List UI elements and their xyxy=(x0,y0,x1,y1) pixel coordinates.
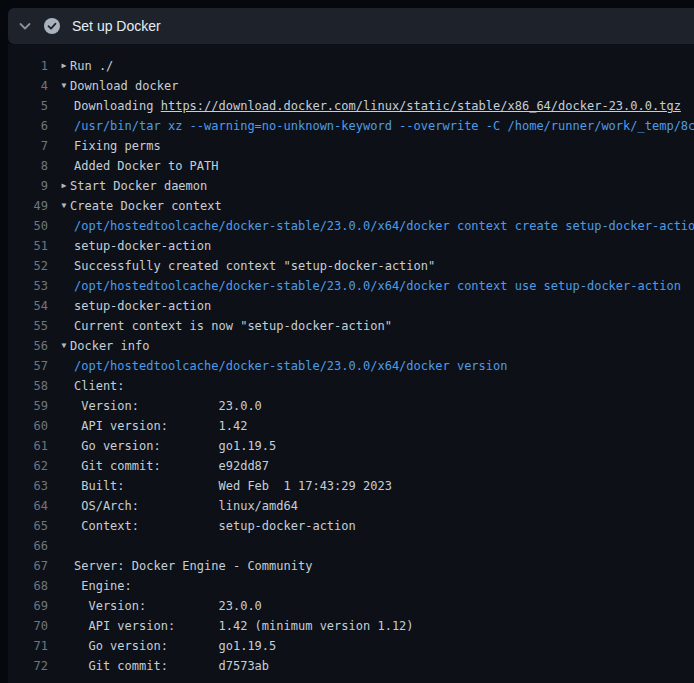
log-text-prefix: Downloading xyxy=(74,99,161,113)
line-number[interactable]: 64 xyxy=(8,496,48,516)
log-text: Context: setup-docker-action xyxy=(74,516,356,536)
log-line: 4▼Download docker xyxy=(8,76,694,96)
log-line: 68 Engine: xyxy=(8,576,694,596)
command-text: /opt/hostedtoolcache/docker-stable/23.0.… xyxy=(74,216,694,236)
line-number[interactable]: 55 xyxy=(8,316,48,336)
line-number[interactable]: 7 xyxy=(8,136,48,156)
line-number[interactable]: 9 xyxy=(8,176,48,196)
triangle-down-icon[interactable]: ▼ xyxy=(58,196,70,216)
log-line: 57/opt/hostedtoolcache/docker-stable/23.… xyxy=(8,356,694,376)
line-number[interactable]: 51 xyxy=(8,236,48,256)
log-text: API version: 1.42 (minimum version 1.12) xyxy=(74,616,414,636)
log-line: 72 Git commit: d7573ab xyxy=(8,656,694,676)
line-number[interactable]: 72 xyxy=(8,656,48,676)
line-number[interactable]: 66 xyxy=(8,536,48,556)
step-header[interactable]: Set up Docker xyxy=(8,8,694,44)
log-text: OS/Arch: linux/amd64 xyxy=(74,496,298,516)
line-number[interactable]: 71 xyxy=(8,636,48,656)
check-circle-icon xyxy=(44,18,60,34)
line-number[interactable]: 67 xyxy=(8,556,48,576)
log-text: Current context is now "setup-docker-act… xyxy=(74,316,392,336)
log-line: 70 API version: 1.42 (minimum version 1.… xyxy=(8,616,694,636)
log-text: Version: 23.0.0 xyxy=(74,596,262,616)
line-number[interactable]: 59 xyxy=(8,396,48,416)
log-line: 60 API version: 1.42 xyxy=(8,416,694,436)
line-number[interactable]: 69 xyxy=(8,596,48,616)
line-number[interactable]: 5 xyxy=(8,96,48,116)
log-text: setup-docker-action xyxy=(74,236,211,256)
line-number[interactable]: 8 xyxy=(8,156,48,176)
line-number[interactable]: 61 xyxy=(8,436,48,456)
line-number[interactable]: 63 xyxy=(8,476,48,496)
log-text: Successfully created context "setup-dock… xyxy=(74,256,435,276)
triangle-right-icon[interactable]: ▶ xyxy=(58,56,70,76)
log-line: 59 Version: 23.0.0 xyxy=(8,396,694,416)
log-line: 63 Built: Wed Feb 1 17:43:29 2023 xyxy=(8,476,694,496)
line-number[interactable]: 68 xyxy=(8,576,48,596)
log-container: 1▶Run ./4▼Download docker5Downloading ht… xyxy=(8,44,694,683)
log-text: Version: 23.0.0 xyxy=(74,396,262,416)
log-text: Go version: go1.19.5 xyxy=(74,436,276,456)
log-text: Server: Docker Engine - Community xyxy=(74,556,312,576)
group-title[interactable]: Create Docker context xyxy=(70,196,222,216)
collapse-step-button[interactable] xyxy=(16,17,34,35)
line-number[interactable]: 57 xyxy=(8,356,48,376)
line-number[interactable]: 50 xyxy=(8,216,48,236)
log-line: 52Successfully created context "setup-do… xyxy=(8,256,694,276)
group-title[interactable]: Docker info xyxy=(70,336,149,356)
line-number[interactable]: 56 xyxy=(8,336,48,356)
log-line: 56▼Docker info xyxy=(8,336,694,356)
log-line: 67Server: Docker Engine - Community xyxy=(8,556,694,576)
log-line: 9▶Start Docker daemon xyxy=(8,176,694,196)
log-text: Git commit: d7573ab xyxy=(74,656,269,676)
line-number[interactable]: 53 xyxy=(8,276,48,296)
log-line: 1▶Run ./ xyxy=(8,56,694,76)
line-number[interactable]: 1 xyxy=(8,56,48,76)
command-text: /opt/hostedtoolcache/docker-stable/23.0.… xyxy=(74,276,681,296)
log-text: Client: xyxy=(74,376,125,396)
log-line: 69 Version: 23.0.0 xyxy=(8,596,694,616)
log-line: 6/usr/bin/tar xz --warning=no-unknown-ke… xyxy=(8,116,694,136)
log-line: 7Fixing perms xyxy=(8,136,694,156)
log-line: 71 Go version: go1.19.5 xyxy=(8,636,694,656)
log-line: 50/opt/hostedtoolcache/docker-stable/23.… xyxy=(8,216,694,236)
group-title[interactable]: Run ./ xyxy=(70,56,113,76)
group-title[interactable]: Download docker xyxy=(70,76,178,96)
log-text: Engine: xyxy=(74,576,132,596)
log-line: 49▼Create Docker context xyxy=(8,196,694,216)
log-line: 51setup-docker-action xyxy=(8,236,694,256)
step-title: Set up Docker xyxy=(72,18,161,34)
log-line: 55Current context is now "setup-docker-a… xyxy=(8,316,694,336)
log-line: 58Client: xyxy=(8,376,694,396)
log-text: setup-docker-action xyxy=(74,296,211,316)
log-line: 54setup-docker-action xyxy=(8,296,694,316)
log-text: Go version: go1.19.5 xyxy=(74,636,276,656)
log-text: API version: 1.42 xyxy=(74,416,247,436)
line-number[interactable]: 54 xyxy=(8,296,48,316)
line-number[interactable]: 70 xyxy=(8,616,48,636)
line-number[interactable]: 65 xyxy=(8,516,48,536)
line-number[interactable]: 6 xyxy=(8,116,48,136)
chevron-down-icon xyxy=(17,18,33,34)
group-title[interactable]: Start Docker daemon xyxy=(70,176,207,196)
log-text: Downloading https://download.docker.com/… xyxy=(74,96,681,116)
log-line: 53/opt/hostedtoolcache/docker-stable/23.… xyxy=(8,276,694,296)
log-text: Added Docker to PATH xyxy=(74,156,219,176)
line-number[interactable]: 52 xyxy=(8,256,48,276)
triangle-down-icon[interactable]: ▼ xyxy=(58,76,70,96)
log-text: Git commit: e92dd87 xyxy=(74,456,269,476)
line-number[interactable]: 49 xyxy=(8,196,48,216)
log-text: Fixing perms xyxy=(74,136,161,156)
log-line: 65 Context: setup-docker-action xyxy=(8,516,694,536)
line-number[interactable]: 62 xyxy=(8,456,48,476)
triangle-down-icon[interactable]: ▼ xyxy=(58,336,70,356)
log-line: 8Added Docker to PATH xyxy=(8,156,694,176)
log-link[interactable]: https://download.docker.com/linux/static… xyxy=(161,99,681,113)
log-text: Built: Wed Feb 1 17:43:29 2023 xyxy=(74,476,392,496)
log-line: 61 Go version: go1.19.5 xyxy=(8,436,694,456)
log-line: 64 OS/Arch: linux/amd64 xyxy=(8,496,694,516)
line-number[interactable]: 4 xyxy=(8,76,48,96)
line-number[interactable]: 60 xyxy=(8,416,48,436)
line-number[interactable]: 58 xyxy=(8,376,48,396)
triangle-right-icon[interactable]: ▶ xyxy=(58,176,70,196)
